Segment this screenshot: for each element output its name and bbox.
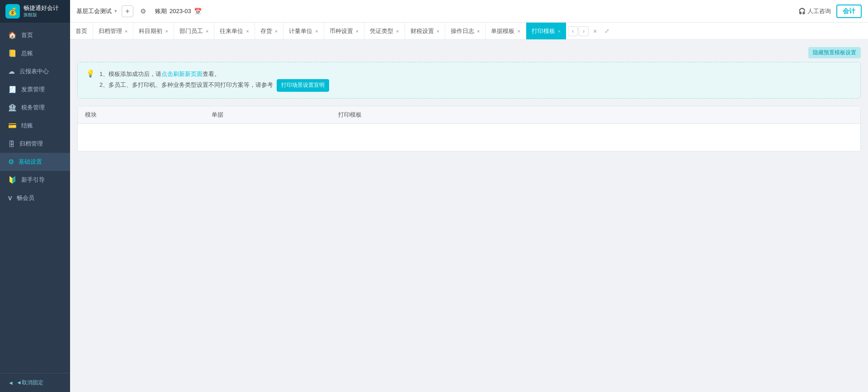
table-col-template: 打印模板 xyxy=(331,106,860,123)
sidebar-item-checkout[interactable]: 💳 结账 xyxy=(0,117,70,135)
sidebar-item-invoice-label: 发票管理 xyxy=(21,85,45,94)
info-line2-prefix: 2、多员工、多打印机、多种业务类型设置不同打印方案等，请参考 xyxy=(99,81,273,88)
refresh-link[interactable]: 点击刷新新页面 xyxy=(161,71,203,77)
tab-tax-settings-label: 财税设置 xyxy=(410,27,434,35)
tab-operation-log[interactable]: 操作日志 × xyxy=(445,23,486,40)
info-line1: 1、模板添加成功后，请点击刷新新页面查看。 xyxy=(99,69,329,79)
tab-archive[interactable]: 归档管理 × xyxy=(93,23,133,40)
sidebar-item-guide-label: 新手引导 xyxy=(21,176,45,184)
tab-subjects-close-icon[interactable]: × xyxy=(165,28,168,34)
project-chevron-icon: ▾ xyxy=(114,8,117,14)
tab-home[interactable]: 首页 xyxy=(70,23,93,40)
tab-partners[interactable]: 往来单位 × xyxy=(214,23,255,40)
tab-departments[interactable]: 部门员工 × xyxy=(174,23,214,40)
sidebar-nav: 🏠 首页 📒 总账 ☁ 云报表中心 🧾 发票管理 🏦 税务管理 💳 结账 🗄 归… xyxy=(0,23,70,373)
hide-template-btn-wrapper: 隐藏预置模板设置 xyxy=(77,47,861,58)
sidebar-item-vip[interactable]: V 畅会员 xyxy=(0,189,70,207)
gear-icon: ⚙ xyxy=(140,7,146,15)
tab-partners-label: 往来单位 xyxy=(220,27,243,35)
tab-measure-close-icon[interactable]: × xyxy=(315,28,318,34)
tab-subjects[interactable]: 科目期初 × xyxy=(133,23,174,40)
tab-archive-close-icon[interactable]: × xyxy=(125,28,127,34)
kuai-button[interactable]: 会计 xyxy=(836,5,862,18)
tab-currency[interactable]: 币种设置 × xyxy=(324,23,364,40)
tab-single-template-label: 单据模板 xyxy=(491,27,514,35)
project-name: 基层工会测试 xyxy=(76,7,112,15)
sidebar-item-archive[interactable]: 🗄 归档管理 xyxy=(0,135,70,153)
topbar-period: 账期 2023-03 📅 xyxy=(155,7,202,15)
tab-measure-label: 计量单位 xyxy=(289,27,312,35)
ledger-icon: 📒 xyxy=(8,49,17,57)
info-box-row: 💡 1、模板添加成功后，请点击刷新新页面查看。 2、多员工、多打印机、多种业务类… xyxy=(86,69,852,92)
info-line1-suffix: 查看。 xyxy=(203,71,220,77)
tab-close-all-button[interactable]: × xyxy=(590,26,600,36)
sidebar-item-reports[interactable]: ☁ 云报表中心 xyxy=(0,62,70,80)
tab-print-template-close-icon[interactable]: × xyxy=(558,28,561,34)
tab-inventory[interactable]: 存货 × xyxy=(255,23,283,40)
calendar-icon[interactable]: 📅 xyxy=(194,8,202,15)
sidebar-item-home-label: 首页 xyxy=(21,31,33,39)
table-header: 模块 单据 打印模板 xyxy=(78,106,860,124)
sidebar-logo: 💰 畅捷通好会计 旗舰版 xyxy=(0,0,70,23)
info-text: 1、模板添加成功后，请点击刷新新页面查看。 2、多员工、多打印机、多种业务类型设… xyxy=(99,69,329,92)
tab-partners-close-icon[interactable]: × xyxy=(246,28,249,34)
tab-single-template[interactable]: 单据模板 × xyxy=(486,23,526,40)
main-area: 基层工会测试 ▾ + ⚙ 账期 2023-03 📅 🎧 人工咨询 会计 首页 归… xyxy=(70,0,868,392)
sidebar-item-archive-label: 归档管理 xyxy=(19,140,43,148)
hide-template-button[interactable]: 隐藏预置模板设置 xyxy=(808,47,861,58)
tab-archive-label: 归档管理 xyxy=(99,27,122,35)
tab-voucher-type-close-icon[interactable]: × xyxy=(396,28,399,34)
guide-icon: 🔰 xyxy=(8,176,17,184)
sidebar-footer-unpin[interactable]: ◄ ◄取消固定 xyxy=(0,373,70,392)
service-button[interactable]: 🎧 人工咨询 xyxy=(798,7,831,15)
tab-subjects-label: 科目期初 xyxy=(139,27,162,35)
settings-icon: ⚙ xyxy=(8,158,14,166)
tab-tax-settings[interactable]: 财税设置 × xyxy=(405,23,445,40)
tab-print-template[interactable]: 打印模板 × xyxy=(526,23,566,40)
tab-home-label: 首页 xyxy=(75,27,87,35)
topbar-project[interactable]: 基层工会测试 ▾ xyxy=(76,7,117,15)
tab-single-template-close-icon[interactable]: × xyxy=(517,28,520,34)
tab-prev-button[interactable]: ‹ xyxy=(568,26,578,36)
tab-departments-close-icon[interactable]: × xyxy=(206,28,208,34)
tab-voucher-type[interactable]: 凭证类型 × xyxy=(364,23,405,40)
logo-text: 畅捷通好会计 xyxy=(24,5,59,12)
tab-inventory-close-icon[interactable]: × xyxy=(275,28,278,34)
tab-print-template-label: 打印模板 xyxy=(532,27,555,35)
tab-operation-log-label: 操作日志 xyxy=(451,27,474,35)
info-box: 💡 1、模板添加成功后，请点击刷新新页面查看。 2、多员工、多打印机、多种业务类… xyxy=(77,62,861,99)
invoice-icon: 🧾 xyxy=(8,85,17,94)
checkout-icon: 💳 xyxy=(8,122,17,130)
print-scene-button[interactable]: 打印场景设置宣明 xyxy=(277,79,329,92)
sidebar-item-invoice[interactable]: 🧾 发票管理 xyxy=(0,80,70,99)
sidebar-item-guide[interactable]: 🔰 新手引导 xyxy=(0,171,70,189)
sidebar-item-ledger[interactable]: 📒 总账 xyxy=(0,44,70,62)
tab-nav-buttons: ‹ › × ⤢ xyxy=(567,26,613,36)
sidebar-item-settings[interactable]: ⚙ 基础设置 xyxy=(0,153,70,171)
tab-expand-button[interactable]: ⤢ xyxy=(602,26,612,36)
sidebar-item-tax-label: 税务管理 xyxy=(21,104,45,112)
topbar-settings-button[interactable]: ⚙ xyxy=(137,5,149,17)
tab-voucher-type-label: 凭证类型 xyxy=(370,27,393,35)
tab-currency-close-icon[interactable]: × xyxy=(356,28,359,34)
unpin-icon: ◄ xyxy=(8,380,14,386)
tab-departments-label: 部门员工 xyxy=(179,27,203,35)
tax-icon: 🏦 xyxy=(8,104,17,112)
table-body xyxy=(78,124,860,151)
tab-tax-settings-close-icon[interactable]: × xyxy=(437,28,439,34)
service-label: 人工咨询 xyxy=(807,7,831,15)
sidebar-item-tax[interactable]: 🏦 税务管理 xyxy=(0,99,70,117)
sidebar-item-vip-label: 畅会员 xyxy=(17,194,34,202)
period-label: 账期 xyxy=(155,7,167,15)
sidebar-item-home[interactable]: 🏠 首页 xyxy=(0,26,70,44)
sidebar-item-checkout-label: 结账 xyxy=(21,122,33,130)
tab-operation-log-close-icon[interactable]: × xyxy=(477,28,480,34)
tab-measure[interactable]: 计量单位 × xyxy=(283,23,324,40)
tab-currency-label: 币种设置 xyxy=(330,27,353,35)
tabbar: 首页 归档管理 × 科目期初 × 部门员工 × 往来单位 × 存货 × 计量单位… xyxy=(70,23,868,40)
sidebar-item-reports-label: 云报表中心 xyxy=(19,67,49,76)
print-template-table: 模块 单据 打印模板 xyxy=(77,106,861,151)
topbar-add-button[interactable]: + xyxy=(122,5,133,17)
archive-icon: 🗄 xyxy=(8,140,15,148)
tab-next-button[interactable]: › xyxy=(579,26,589,36)
